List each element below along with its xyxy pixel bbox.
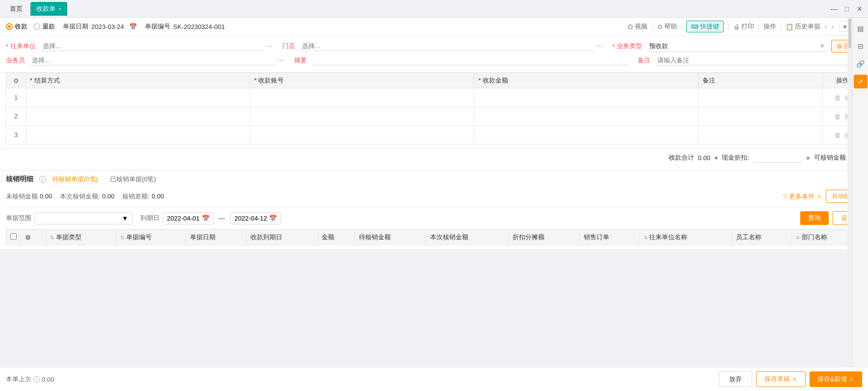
next-icon[interactable]: › [831, 22, 834, 31]
row-3-settlement[interactable] [26, 126, 250, 144]
th-settings-sub[interactable]: ⚙ [21, 230, 46, 245]
row-2-account[interactable] [250, 107, 474, 126]
select-all-checkbox[interactable] [10, 233, 17, 240]
row-1-settlement[interactable] [26, 88, 250, 107]
th-staff: 员工名称 [732, 230, 792, 245]
due-label: 到期日 [140, 214, 160, 223]
th-discount: 折扣分摊额 [508, 230, 579, 245]
tab-receipt[interactable]: 收款单 × [30, 2, 67, 16]
more-conditions-link[interactable]: ▽ 更多条件 ∧ [783, 192, 822, 201]
help-link[interactable]: ⊙ 帮助 [657, 22, 677, 31]
discount-input[interactable] [753, 153, 802, 163]
video-link[interactable]: ⊙ 视频 [627, 22, 648, 31]
store-input[interactable] [300, 41, 594, 51]
calendar-to-icon[interactable]: 📅 [269, 215, 277, 222]
staff-field: 业务员 ··· [6, 56, 286, 65]
calendar-from-icon[interactable]: 📅 [202, 215, 210, 222]
form-row-1: * 往来单位 ··· 门店 ··· * 业务类型 预收款 ▼ [6, 40, 862, 53]
discard-button[interactable]: 放弃 [719, 371, 752, 387]
sidebar-link-icon[interactable]: 🔗 [854, 57, 868, 71]
calendar-icon[interactable]: 📅 [129, 23, 137, 30]
row-2-amount[interactable] [474, 107, 699, 126]
row-3-account[interactable] [250, 126, 474, 144]
bottom-info-icon[interactable]: i [33, 376, 40, 383]
range-select[interactable]: ▼ [34, 212, 133, 224]
total-value: 0.00 [698, 154, 710, 162]
writeoff-header: 核销明细 i 待核销单据(0笔) 已核销单据(0笔) [6, 171, 862, 188]
table-settings-icon[interactable]: ⚙ [13, 77, 19, 84]
staff-more-icon[interactable]: ··· [275, 56, 286, 64]
right-sidebar: ▤ ⊟ 🔗 ⤢ [852, 18, 868, 391]
prev-icon[interactable]: ‹ [824, 22, 827, 31]
print-link[interactable]: 🖨 打印 [733, 22, 754, 31]
sidebar-table-icon[interactable]: ▤ [854, 22, 868, 35]
th-checkbox[interactable] [6, 230, 21, 245]
counterpart-more-icon[interactable]: ··· [264, 42, 274, 50]
writeoff-info-icon[interactable]: i [39, 176, 46, 183]
row-3-num: 3 [6, 126, 26, 144]
table-row: 3 🗑 ⊞ [6, 126, 862, 144]
tab-home[interactable]: 首页 [4, 2, 28, 16]
row-2-remark[interactable] [699, 107, 823, 126]
th-counterpart: ⇅ 往来单位名称 [639, 230, 732, 245]
row-3-delete-icon[interactable]: 🗑 [834, 131, 841, 139]
range-label: 单据范围 [6, 214, 31, 223]
date-value[interactable]: 2023-03-24 [91, 23, 124, 30]
radio-group: 收款 退款 [6, 22, 55, 31]
sidebar-email-icon[interactable]: ⊟ [854, 39, 868, 53]
row-2-settlement[interactable] [26, 107, 250, 126]
query-button[interactable]: 查询 [800, 211, 829, 225]
draft-button[interactable]: 保存草稿 ∧ [756, 371, 806, 387]
writeoff-table: ⚙ ⇅ 单据类型 ⇅ 单据编号 单据日期 收款到期 [6, 229, 862, 245]
row-1-amount[interactable] [474, 88, 699, 107]
sep3: | [728, 23, 729, 30]
date-from-value: 2022-04-01 [167, 215, 200, 222]
bottom-info: 本单上欠 i 0.00 [6, 375, 54, 384]
row-1-delete-icon[interactable]: 🗑 [834, 94, 841, 102]
pending-tab-link[interactable]: 待核销单据(0笔) [52, 175, 98, 184]
row-3-amount[interactable] [474, 126, 699, 144]
discount-label: 现金折扣: [722, 153, 749, 162]
shortcut-button[interactable]: ⌨ 快捷键 [686, 21, 724, 32]
row-1-account[interactable] [250, 88, 474, 107]
remark-input[interactable] [655, 56, 862, 65]
biz-type-select[interactable]: 预收款 ▼ [647, 41, 827, 52]
radio-refund[interactable]: 退款 [33, 22, 55, 31]
docnum-value: SK-20230324-001 [173, 23, 225, 30]
staff-input[interactable] [30, 56, 275, 65]
row-1-remark[interactable] [699, 88, 823, 107]
scrollbar[interactable] [847, 18, 852, 391]
uncancelled-stat: 未核销金额 0.00 [6, 192, 52, 201]
row-3-remark[interactable] [699, 126, 823, 144]
counterpart-required: * [6, 43, 8, 50]
minimize-button[interactable]: — [830, 4, 839, 13]
done-tab-link[interactable]: 已核销单据(0笔) [110, 175, 156, 184]
date-from-input[interactable]: 2022-04-01 📅 [163, 212, 214, 224]
operation-link[interactable]: 操作 [763, 22, 776, 31]
th-settings[interactable]: ⚙ [6, 73, 26, 88]
maximize-button[interactable]: □ [842, 4, 851, 13]
tab-close-icon[interactable]: × [58, 6, 61, 12]
th-doc-num: ⇅ 单据编号 [116, 230, 186, 245]
row-2-delete-icon[interactable]: 🗑 [834, 112, 841, 120]
sep2: | [681, 23, 682, 30]
row-2-num: 2 [6, 107, 26, 126]
tab-bar: 首页 收款单 × — □ ✕ [0, 0, 868, 18]
sep5: | [780, 23, 782, 30]
counterpart-input[interactable] [41, 41, 264, 51]
save-new-button[interactable]: 保存&新增 ∧ [810, 371, 862, 387]
filter-row: 单据范围 ▼ 到期日 2022-04-01 📅 — 2022-04-12 📅 [6, 207, 862, 229]
date-to-input[interactable]: 2022-04-12 📅 [230, 212, 282, 224]
radio-collection[interactable]: 收款 [6, 22, 27, 31]
store-more-icon[interactable]: ··· [594, 42, 604, 50]
plus-sign: + [714, 154, 718, 162]
table-row: 2 🗑 ⊞ [6, 107, 862, 126]
radio-collection-dot [6, 23, 13, 30]
abstract-input[interactable] [312, 56, 630, 65]
current-value: 0.00 [102, 193, 114, 200]
sub-table-wrap: ⚙ ⇅ 单据类型 ⇅ 单据编号 单据日期 收款到期 [6, 229, 862, 249]
date-range-sep: — [219, 215, 225, 222]
close-button[interactable]: ✕ [855, 4, 864, 13]
history-link[interactable]: 📋 历史单据 [786, 22, 820, 31]
sidebar-expand-icon[interactable]: ⤢ [854, 75, 868, 88]
